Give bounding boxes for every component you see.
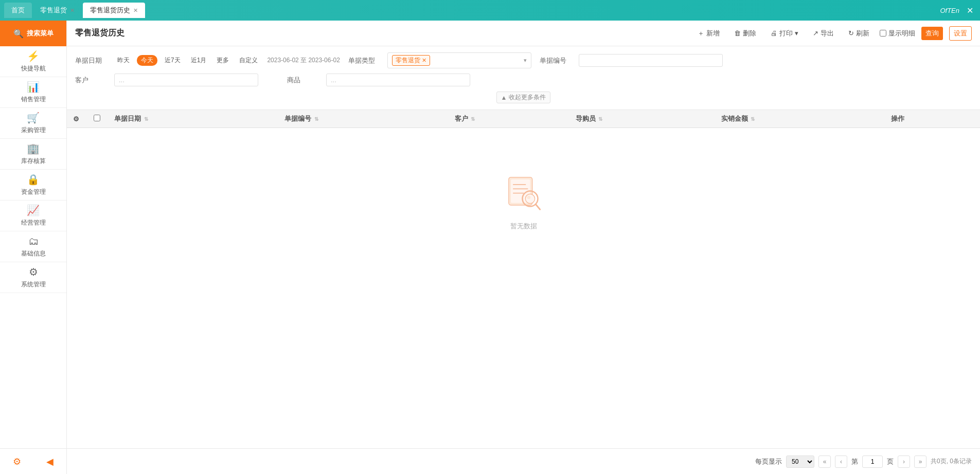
per-page-select[interactable]: 10 20 50 100 <box>786 455 814 468</box>
no-sort-icon[interactable]: ⇅ <box>314 116 318 122</box>
th-no: 单据编号 ⇅ <box>278 110 449 128</box>
th-no-label: 单据编号 <box>284 115 311 122</box>
sidebar-item-finance[interactable]: 🔒 资金管理 <box>0 170 66 200</box>
voucher-type-tag-close[interactable]: ✕ <box>422 57 426 64</box>
inventory-icon: 🏢 <box>27 142 40 155</box>
goods-select[interactable]: ... <box>326 74 470 86</box>
date-btn-more[interactable]: 更多 <box>213 55 232 66</box>
date-btn-1month[interactable]: 近1月 <box>188 55 210 66</box>
voucher-type-select[interactable]: 零售退货 ✕ ▾ <box>387 52 531 68</box>
system-label: 系统管理 <box>21 280 46 289</box>
goods-placeholder: ... <box>331 76 336 84</box>
customer-sort-icon[interactable]: ⇅ <box>471 116 475 122</box>
last-page-icon: » <box>919 458 922 465</box>
prev-page-button[interactable]: ‹ <box>835 455 847 468</box>
sidebar-item-system[interactable]: ⚙ 系统管理 <box>0 262 66 293</box>
first-page-button[interactable]: « <box>818 455 831 468</box>
tab-home-label: 首页 <box>11 6 25 15</box>
customer-select[interactable]: ... <box>114 74 258 86</box>
content-area: 零售退货历史 ＋ 新增 🗑 删除 🖨 打印 ▾ ↗ 导出 <box>67 21 980 474</box>
sidebar-search[interactable]: 🔍 搜索菜单 <box>0 21 66 46</box>
quick-nav-icon: ⚡ <box>27 50 40 62</box>
sidebar-bottom: ⚙ ◀ <box>0 448 66 474</box>
th-guide-label: 导购员 <box>576 115 596 122</box>
tab-retail-return-history-label: 零售退货历史 <box>90 6 130 15</box>
goods-label: 商品 <box>287 76 318 85</box>
th-amount-label: 实销金额 <box>721 115 748 122</box>
sidebar-item-quick-nav[interactable]: ⚡ 快捷导航 <box>0 46 66 77</box>
date-sort-icon[interactable]: ⇅ <box>144 116 148 122</box>
th-amount: 实销金额 ⇅ <box>715 110 885 128</box>
tab-home[interactable]: 首页 <box>4 3 32 18</box>
often-label: OfTEn <box>940 7 959 14</box>
page-label: 第 <box>851 457 858 466</box>
sidebar-item-basics[interactable]: 🗂 基础信息 <box>0 231 66 262</box>
sidebar-item-purchase[interactable]: 🛒 采购管理 <box>0 108 66 139</box>
page-number-input[interactable] <box>862 455 883 468</box>
first-page-icon: « <box>823 458 827 465</box>
tab-retail-return[interactable]: 零售退货 ✕ <box>33 3 82 18</box>
header-actions: ＋ 新增 🗑 删除 🖨 打印 ▾ ↗ 导出 ↻ 刷新 <box>693 26 972 41</box>
purchase-icon: 🛒 <box>27 112 40 124</box>
settings-icon[interactable]: ⚙ <box>73 115 79 123</box>
tab-retail-return-close[interactable]: ✕ <box>70 7 75 14</box>
export-button[interactable]: ↗ 导出 <box>809 27 838 40</box>
sidebar-item-inventory[interactable]: 🏢 库存核算 <box>0 139 66 170</box>
empty-icon <box>498 169 549 215</box>
guide-sort-icon[interactable]: ⇅ <box>598 116 602 122</box>
pagination-bar: 每页显示 10 20 50 100 « ‹ 第 页 › » 共0页, 0条记录 <box>67 448 980 474</box>
collapse-icon: ▲ <box>501 94 507 101</box>
print-dropdown-icon: ▾ <box>795 29 798 37</box>
table-area: ⚙ 单据日期 ⇅ 单据编号 ⇅ <box>67 110 980 448</box>
collapse-sidebar-icon[interactable]: ◀ <box>46 456 54 467</box>
delete-icon: 🗑 <box>734 29 741 37</box>
setting-label: 设置 <box>954 29 967 38</box>
print-button[interactable]: 🖨 打印 ▾ <box>767 27 803 40</box>
sidebar-item-sales[interactable]: 📊 销售管理 <box>0 77 66 108</box>
sidebar-item-operations[interactable]: 📈 经营管理 <box>0 200 66 231</box>
voucher-type-tag-text: 零售退货 <box>396 56 420 65</box>
setting-button[interactable]: 设置 <box>949 26 972 41</box>
collapse-filter-button[interactable]: ▲ 收起更多条件 <box>496 92 551 103</box>
page-header: 零售退货历史 ＋ 新增 🗑 删除 🖨 打印 ▾ ↗ 导出 <box>67 21 980 46</box>
tab-bar: 首页 零售退货 ✕ 零售退货历史 ✕ <box>4 3 940 18</box>
basics-label: 基础信息 <box>21 249 46 258</box>
th-settings: ⚙ <box>67 110 87 128</box>
date-filters: 昨天 今天 近7天 近1月 更多 自定义 2023-06-02 至 2023-0… <box>114 55 340 66</box>
delete-button[interactable]: 🗑 删除 <box>730 27 760 40</box>
last-page-button[interactable]: » <box>914 455 926 468</box>
date-btn-custom[interactable]: 自定义 <box>236 55 261 66</box>
export-label: 导出 <box>821 29 834 38</box>
close-window-button[interactable]: ✕ <box>964 4 976 16</box>
show-detail-label: 显示明细 <box>888 29 915 38</box>
sales-icon: 📊 <box>27 81 40 93</box>
select-all-checkbox[interactable] <box>94 115 100 121</box>
date-btn-yesterday[interactable]: 昨天 <box>114 55 133 66</box>
customer-placeholder: ... <box>119 76 124 84</box>
show-detail-input[interactable] <box>880 30 886 37</box>
amount-sort-icon[interactable]: ⇅ <box>751 116 755 122</box>
date-btn-today[interactable]: 今天 <box>137 55 157 66</box>
date-range-display: 2023-06-02 至 2023-06-02 <box>267 56 340 65</box>
prev-page-icon: ‹ <box>840 458 842 465</box>
th-guide: 导购员 ⇅ <box>569 110 715 128</box>
refresh-button[interactable]: ↻ 刷新 <box>844 27 874 40</box>
next-page-button[interactable]: › <box>898 455 910 468</box>
voucher-no-input[interactable] <box>579 54 723 67</box>
settings-bottom-icon[interactable]: ⚙ <box>13 456 21 467</box>
date-filter-label: 单据日期 <box>75 56 106 65</box>
tab-retail-return-history[interactable]: 零售退货历史 ✕ <box>83 3 145 18</box>
th-customer: 客户 ⇅ <box>449 110 569 128</box>
basics-icon: 🗂 <box>28 235 39 247</box>
customer-label: 客户 <box>75 76 106 85</box>
voucher-type-tag: 零售退货 ✕ <box>392 55 430 66</box>
next-page-icon: › <box>903 458 905 465</box>
top-bar-right: OfTEn ✕ <box>940 4 976 16</box>
show-detail-checkbox[interactable]: 显示明细 <box>880 29 915 38</box>
tab-retail-return-history-close[interactable]: ✕ <box>133 7 138 14</box>
new-button[interactable]: ＋ 新增 <box>693 27 724 40</box>
query-button[interactable]: 查询 <box>921 27 943 40</box>
th-checkbox <box>87 110 108 128</box>
th-actions-label: 操作 <box>891 115 904 122</box>
date-btn-7days[interactable]: 近7天 <box>162 55 184 66</box>
